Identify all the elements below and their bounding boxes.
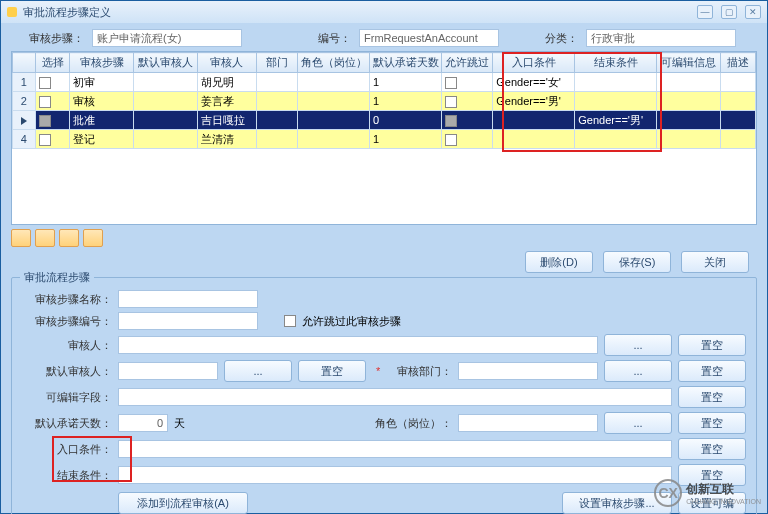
auditor-label: 审核人： bbox=[22, 338, 112, 353]
app-icon bbox=[7, 7, 17, 17]
col-header[interactable]: 结束条件 bbox=[575, 53, 657, 73]
category-label: 分类： bbox=[545, 31, 578, 46]
role-clear-button[interactable]: 置空 bbox=[678, 412, 746, 434]
editable-input[interactable] bbox=[118, 388, 672, 406]
dept-clear-button[interactable]: 置空 bbox=[678, 360, 746, 382]
name-input[interactable] bbox=[118, 290, 258, 308]
col-header[interactable]: 角色（岗位） bbox=[298, 53, 370, 73]
days-input[interactable] bbox=[118, 414, 168, 432]
code-label: 编号： bbox=[318, 31, 351, 46]
toolbar bbox=[1, 225, 767, 251]
step-input[interactable] bbox=[92, 29, 242, 47]
grid[interactable]: 选择审核步骤默认审核人审核人部门角色（岗位）默认承诺天数允许跳过入口条件结束条件… bbox=[11, 51, 757, 225]
close-window-button[interactable]: ✕ bbox=[745, 5, 761, 19]
step-label: 审核步骤： bbox=[29, 31, 84, 46]
editable-label: 可编辑字段： bbox=[22, 390, 112, 405]
code2-label: 审核步骤编号： bbox=[22, 314, 112, 329]
category-input[interactable] bbox=[586, 29, 736, 47]
col-header[interactable] bbox=[13, 53, 36, 73]
default-auditor-clear-button[interactable]: 置空 bbox=[298, 360, 366, 382]
brand-sub: CHUANG INNOVATION bbox=[686, 498, 761, 505]
logo-icon: CX bbox=[654, 479, 682, 507]
role-label: 角色（岗位）： bbox=[375, 416, 452, 431]
move-bottom-button[interactable] bbox=[83, 229, 103, 247]
table-row[interactable]: 4登记兰清清1 bbox=[13, 130, 756, 149]
role-input[interactable] bbox=[458, 414, 598, 432]
entry-clear-button[interactable]: 置空 bbox=[678, 438, 746, 460]
entry-label: 入口条件： bbox=[22, 442, 112, 457]
end-label: 结束条件： bbox=[22, 468, 112, 483]
required-star: * bbox=[376, 365, 380, 377]
auditor-browse-button[interactable]: ... bbox=[604, 334, 672, 356]
move-down-button[interactable] bbox=[59, 229, 79, 247]
app-window: 审批流程步骤定义 — ▢ ✕ 审核步骤： 编号： 分类： 选择审核步骤默认审核人… bbox=[0, 0, 768, 514]
watermark: CX 创新互联 CHUANG INNOVATION bbox=[654, 479, 761, 507]
col-header[interactable]: 审核人 bbox=[197, 53, 257, 73]
allow-skip-checkbox[interactable] bbox=[284, 315, 296, 327]
panel-legend: 审批流程步骤 bbox=[20, 270, 94, 285]
code2-input[interactable] bbox=[118, 312, 258, 330]
save-button[interactable]: 保存(S) bbox=[603, 251, 671, 273]
table-row[interactable]: 2审核姜言孝1Gender=='男' bbox=[13, 92, 756, 111]
name-label: 审核步骤名称： bbox=[22, 292, 112, 307]
maximize-button[interactable]: ▢ bbox=[721, 5, 737, 19]
role-browse-button[interactable]: ... bbox=[604, 412, 672, 434]
days-label: 默认承诺天数： bbox=[22, 416, 112, 431]
detail-panel: 审批流程步骤 审核步骤名称： 审核步骤编号： 允许跳过此审核步骤 审核人： ..… bbox=[11, 277, 757, 514]
close-button[interactable]: 关闭 bbox=[681, 251, 749, 273]
default-auditor-browse-button[interactable]: ... bbox=[224, 360, 292, 382]
default-auditor-label: 默认审核人： bbox=[22, 364, 112, 379]
dept-browse-button[interactable]: ... bbox=[604, 360, 672, 382]
col-header[interactable]: 描述 bbox=[721, 53, 756, 73]
titlebar: 审批流程步骤定义 — ▢ ✕ bbox=[1, 1, 767, 23]
brand-text: 创新互联 bbox=[686, 481, 761, 498]
col-header[interactable]: 可编辑信息 bbox=[657, 53, 721, 73]
move-top-button[interactable] bbox=[11, 229, 31, 247]
col-header[interactable]: 选择 bbox=[35, 53, 70, 73]
col-header[interactable]: 默认承诺天数 bbox=[370, 53, 442, 73]
code-input[interactable] bbox=[359, 29, 499, 47]
grid-actions: 删除(D) 保存(S) 关闭 bbox=[1, 251, 767, 277]
filter-row: 审核步骤： 编号： 分类： bbox=[1, 23, 767, 51]
table-row[interactable]: 1初审胡兄明1Gender=='女' bbox=[13, 73, 756, 92]
end-input[interactable] bbox=[118, 466, 672, 484]
col-header[interactable]: 审核步骤 bbox=[70, 53, 134, 73]
dept-label: 审核部门： bbox=[397, 364, 452, 379]
auditor-input[interactable] bbox=[118, 336, 598, 354]
move-up-button[interactable] bbox=[35, 229, 55, 247]
delete-button[interactable]: 删除(D) bbox=[525, 251, 593, 273]
table-row[interactable]: 批准吉日嘎拉0Gender=='男' bbox=[13, 111, 756, 130]
days-unit: 天 bbox=[174, 416, 185, 431]
dept-input[interactable] bbox=[458, 362, 598, 380]
col-header[interactable]: 部门 bbox=[257, 53, 298, 73]
default-auditor-input[interactable] bbox=[118, 362, 218, 380]
col-header[interactable]: 入口条件 bbox=[493, 53, 575, 73]
allow-skip-label: 允许跳过此审核步骤 bbox=[302, 314, 401, 329]
editable-clear-button[interactable]: 置空 bbox=[678, 386, 746, 408]
col-header[interactable]: 允许跳过 bbox=[441, 53, 492, 73]
add-to-flow-button[interactable]: 添加到流程审核(A) bbox=[118, 492, 248, 514]
entry-input[interactable] bbox=[118, 440, 672, 458]
minimize-button[interactable]: — bbox=[697, 5, 713, 19]
auditor-clear-button[interactable]: 置空 bbox=[678, 334, 746, 356]
col-header[interactable]: 默认审核人 bbox=[134, 53, 198, 73]
window-title: 审批流程步骤定义 bbox=[23, 5, 111, 20]
